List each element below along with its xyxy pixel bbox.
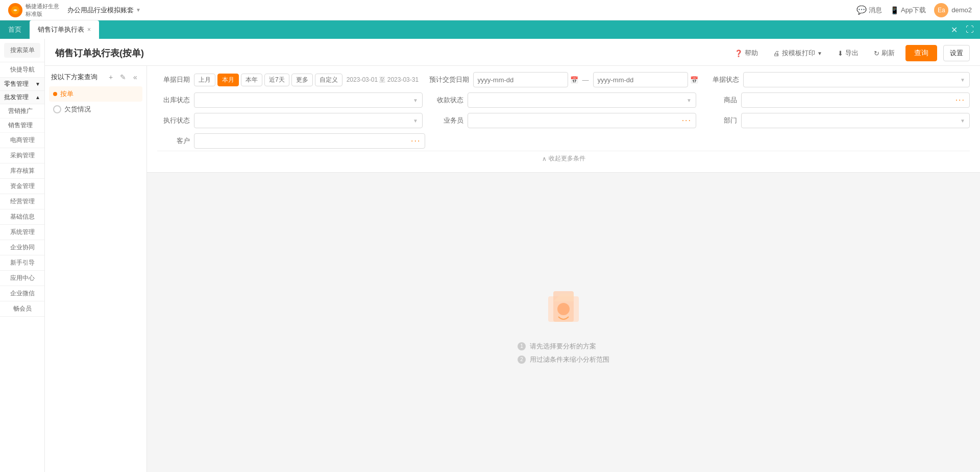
logo-area: 畅捷通好生意 标准版 bbox=[8, 3, 59, 17]
calendar-to-icon[interactable]: 📅 bbox=[690, 76, 698, 84]
user-name: demo2 bbox=[951, 6, 972, 14]
chevron-icon: ▲ bbox=[35, 95, 40, 100]
chevron-down-icon: ▼ bbox=[136, 7, 141, 13]
sidebar-item-finance[interactable]: 资金管理 bbox=[0, 179, 44, 194]
custom-btn[interactable]: 自定义 bbox=[315, 74, 342, 86]
avatar: Ea bbox=[934, 3, 948, 17]
message-icon: 💬 bbox=[856, 5, 867, 15]
sidebar-item-basic-info[interactable]: 基础信息 bbox=[0, 209, 44, 225]
main-content: 按以下方案查询 + ✎ « 按单 欠货情况 bbox=[45, 66, 980, 472]
sidebar-item-wechat[interactable]: 企业微信 bbox=[0, 286, 44, 301]
sidebar-item-newbie[interactable]: 新手引导 bbox=[0, 255, 44, 271]
query-button[interactable]: 查询 bbox=[905, 45, 937, 61]
this-month-btn[interactable]: 本月 bbox=[217, 74, 239, 86]
salesperson-more-icon[interactable]: ··· bbox=[682, 116, 692, 125]
tab-expand-icon[interactable]: ⛶ bbox=[964, 23, 976, 36]
sidebar-item-ecommerce[interactable]: 电商管理 bbox=[0, 133, 44, 148]
sidebar-item-marketing[interactable]: 营销推广 bbox=[0, 104, 44, 119]
date-range-text: 2023-03-01 至 2023-03-31 bbox=[347, 76, 419, 84]
page-actions: ❓ 帮助 🖨 按模板打印 ▼ ⬇ 导出 ↻ 刷新 查询 设置 bbox=[730, 45, 970, 61]
department-select[interactable]: ▼ bbox=[741, 113, 970, 128]
tab-active-label: 销售订单执行表 bbox=[38, 25, 84, 34]
scheme-item-shortage[interactable]: 欠货情况 bbox=[49, 102, 142, 117]
this-year-btn[interactable]: 本年 bbox=[241, 74, 262, 86]
logo-text: 畅捷通好生意 标准版 bbox=[26, 3, 59, 17]
sidebar-item-operations[interactable]: 经营管理 bbox=[0, 194, 44, 209]
single-status-label: 单据状态 bbox=[706, 75, 743, 84]
inactive-circle-icon bbox=[53, 105, 61, 113]
sidebar-item-inventory[interactable]: 库存核算 bbox=[0, 163, 44, 179]
delivery-status-label: 出库状态 bbox=[157, 96, 194, 105]
print-icon: 🖨 bbox=[773, 50, 780, 57]
refresh-button[interactable]: ↻ 刷新 bbox=[869, 46, 899, 60]
active-dot-icon bbox=[53, 92, 57, 96]
customer-more-icon[interactable]: ··· bbox=[411, 136, 421, 146]
department-label: 部门 bbox=[704, 116, 741, 125]
tab-close-window-icon[interactable]: ✕ bbox=[949, 23, 960, 37]
panel-title: 按以下方案查询 bbox=[51, 73, 97, 82]
empty-tip-2: 2 用过滤条件来缩小分析范围 bbox=[518, 355, 609, 364]
help-button[interactable]: ❓ 帮助 bbox=[730, 46, 763, 60]
header-right: 💬 消息 📱 App下载 Ea demo2 bbox=[856, 3, 972, 17]
execution-status-select[interactable]: ▼ bbox=[194, 113, 423, 128]
calendar-from-icon[interactable]: 📅 bbox=[570, 76, 578, 84]
search-menu-button[interactable]: 搜索菜单 bbox=[4, 43, 40, 58]
user-menu[interactable]: Ea demo2 bbox=[934, 3, 972, 17]
last7-btn[interactable]: 近7天 bbox=[264, 74, 289, 86]
filter-form: 单据日期 上月 本月 本年 近7天 更多 自定义 2023-03-01 至 20… bbox=[147, 66, 980, 173]
tab-home-label: 首页 bbox=[8, 25, 21, 34]
collapse-panel-button[interactable]: « bbox=[130, 72, 140, 82]
expected-date-label: 预计交货日期 bbox=[429, 75, 473, 84]
sidebar-item-system[interactable]: 系统管理 bbox=[0, 225, 44, 240]
empty-tip-2-text: 用过滤条件来缩小分析范围 bbox=[530, 355, 609, 364]
delivery-status-select[interactable]: ▼ bbox=[194, 92, 423, 108]
top-header: 畅捷通好生意 标准版 办公用品行业模拟账套 ▼ 💬 消息 📱 App下载 Ea … bbox=[0, 0, 980, 20]
tab-home[interactable]: 首页 bbox=[0, 20, 30, 39]
chevron-down-icon: ▼ bbox=[960, 118, 965, 124]
expected-date-from[interactable] bbox=[473, 72, 568, 87]
sidebar-item-sales[interactable]: 销售管理 bbox=[0, 119, 44, 133]
collapse-filter-button[interactable]: ∧ 收起更多条件 bbox=[157, 151, 970, 166]
receipt-status-label: 收款状态 bbox=[431, 96, 468, 105]
sidebar-item-enterprise[interactable]: 企业协同 bbox=[0, 240, 44, 255]
scheme-label: 欠货情况 bbox=[64, 105, 91, 114]
message-label: 消息 bbox=[869, 6, 882, 15]
goods-more-icon[interactable]: ··· bbox=[955, 96, 965, 105]
add-scheme-button[interactable]: + bbox=[106, 72, 116, 82]
expected-date-to[interactable] bbox=[593, 72, 688, 87]
empty-illustration bbox=[538, 281, 589, 334]
empty-tip-1: 1 请先选择要分析的方案 bbox=[518, 342, 609, 351]
chevron-down-icon: ▼ bbox=[413, 98, 418, 103]
empty-tips: 1 请先选择要分析的方案 2 用过滤条件来缩小分析范围 bbox=[518, 342, 609, 364]
header-left: 畅捷通好生意 标准版 办公用品行业模拟账套 ▼ bbox=[8, 3, 145, 17]
sidebar-item-quick-nav[interactable]: 快捷导航 bbox=[0, 62, 44, 78]
template-print-button[interactable]: 🖨 按模板打印 ▼ bbox=[769, 46, 827, 60]
execution-status-label: 执行状态 bbox=[157, 116, 194, 125]
tab-close-icon[interactable]: × bbox=[87, 27, 91, 33]
page-header: 销售订单执行表(按单) ❓ 帮助 🖨 按模板打印 ▼ ⬇ 导出 ↻ 刷新 bbox=[45, 39, 980, 66]
tab-bar-right: ✕ ⛶ bbox=[949, 23, 980, 37]
app-selector[interactable]: 办公用品行业模拟账套 ▼ bbox=[63, 4, 145, 17]
app-download-button[interactable]: 📱 App下载 bbox=[890, 6, 926, 15]
single-status-select[interactable]: ▼ bbox=[743, 72, 970, 87]
sidebar-item-purchase[interactable]: 采购管理 bbox=[0, 148, 44, 163]
content-area: 销售订单执行表(按单) ❓ 帮助 🖨 按模板打印 ▼ ⬇ 导出 ↻ 刷新 bbox=[45, 39, 980, 472]
export-button[interactable]: ⬇ 导出 bbox=[833, 46, 863, 60]
tab-bar: 首页 销售订单执行表 × ✕ ⛶ bbox=[0, 20, 980, 39]
edit-scheme-button[interactable]: ✎ bbox=[118, 72, 128, 82]
refresh-label: 刷新 bbox=[881, 49, 895, 58]
sidebar-item-member[interactable]: 畅会员 bbox=[0, 301, 44, 317]
tab-active[interactable]: 销售订单执行表 × bbox=[30, 20, 99, 39]
export-label: 导出 bbox=[845, 49, 859, 58]
scheme-item-by-order[interactable]: 按单 bbox=[49, 86, 142, 102]
sidebar-item-app-center[interactable]: 应用中心 bbox=[0, 271, 44, 286]
sidebar-item-retail[interactable]: 零售管理 ▼ bbox=[0, 78, 44, 91]
message-button[interactable]: 💬 消息 bbox=[856, 5, 882, 15]
settings-button[interactable]: 设置 bbox=[943, 45, 970, 61]
date-label: 单据日期 bbox=[157, 75, 194, 84]
sidebar-item-wholesale[interactable]: 批发管理 ▲ bbox=[0, 91, 44, 104]
more-btn[interactable]: 更多 bbox=[291, 74, 313, 86]
receipt-status-select[interactable]: ▼ bbox=[468, 92, 696, 108]
last-month-btn[interactable]: 上月 bbox=[194, 74, 215, 86]
help-icon: ❓ bbox=[734, 50, 743, 57]
